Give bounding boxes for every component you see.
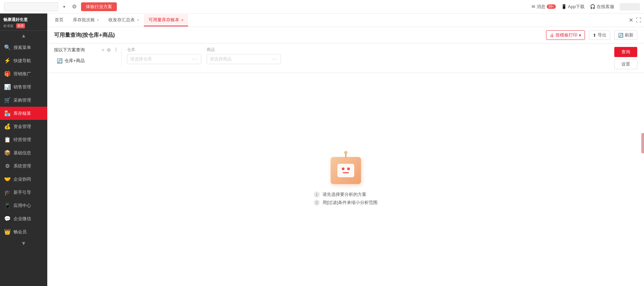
sidebar-item-finance[interactable]: 💰 资金管理: [0, 120, 47, 133]
sidebar-item-member[interactable]: 👑 畅会员: [0, 225, 47, 238]
top-search-input[interactable]: [4, 2, 58, 11]
sidebar: 畅康通好生意 标准版 标准 ▲ 🔍 搜索菜单 ⚡ 快捷导航 🎁 营销推广 📊 销…: [0, 14, 47, 286]
gear2-icon: ⚙: [4, 163, 11, 169]
dropdown-icon[interactable]: ▾: [61, 3, 68, 10]
industry-btn[interactable]: 体验行业方案: [81, 2, 117, 11]
lightning-icon: ⚡: [4, 57, 11, 64]
tab-bar: 首页 库存批次账 × 收发存汇总表 × 可用量库存账本 × ✕ ⛶: [47, 14, 644, 27]
scroll-up-btn[interactable]: ▲: [0, 31, 47, 41]
tab-available-close[interactable]: ×: [181, 18, 183, 22]
sidebar-item-label: 系统管理: [14, 163, 31, 169]
robot-box: [331, 157, 361, 184]
sidebar-item-marketing[interactable]: 🎁 营销推广: [0, 67, 47, 80]
sidebar-item-label: 营销推广: [14, 71, 31, 77]
scheme-warehouse-goods[interactable]: 🔄 仓库+商品: [54, 56, 117, 66]
filter-btns: 查询 设置: [614, 47, 637, 69]
goods-dots-btn[interactable]: ···: [272, 56, 278, 62]
box-icon: 📦: [4, 150, 11, 156]
filter-settings-btn[interactable]: 设置: [614, 59, 637, 69]
robot-eye-right: [347, 167, 350, 170]
sidebar-logo: 畅康通好生意 标准版 标准: [0, 14, 47, 31]
sidebar-item-label: 基础信息: [14, 150, 31, 156]
handshake-icon: 🤝: [4, 176, 11, 182]
customer-service-btn[interactable]: 🎧 在线客服: [590, 4, 614, 10]
tip-num-2: 2: [314, 200, 320, 206]
tip-num-1: 1: [314, 191, 320, 198]
goods-input[interactable]: 请选择商品 ···: [207, 54, 281, 64]
app-download-label: App下载: [568, 4, 585, 10]
sidebar-item-enterprise[interactable]: 🤝 企业协同: [0, 173, 47, 186]
app-download-btn[interactable]: 📱 App下载: [561, 4, 585, 10]
robot-eye-left: [342, 167, 344, 170]
sidebar-item-basic[interactable]: 📦 基础信息: [0, 146, 47, 159]
filter-scheme-title: 按以下方案查询: [54, 47, 85, 53]
tab-summary[interactable]: 收发存汇总表 ×: [104, 14, 144, 26]
sidebar-item-label: 销售管理: [14, 84, 31, 90]
expand-icon[interactable]: ⛶: [636, 17, 641, 23]
warehouse-field: 仓库 请选择仓库 ···: [127, 47, 201, 64]
export-icon: ⬆: [593, 33, 596, 38]
crown-icon: 👑: [4, 229, 11, 235]
tab-summary-close[interactable]: ×: [137, 18, 139, 22]
settings-scheme-btn[interactable]: ⚙: [107, 47, 111, 53]
sidebar-item-label: 采购管理: [14, 97, 31, 103]
sidebar-item-operation[interactable]: 📋 经营管理: [0, 133, 47, 146]
sidebar-item-sales[interactable]: 📊 销售管理: [0, 80, 47, 94]
empty-tip-2: 2 用[过滤]条件来缩小分析范围: [314, 200, 378, 206]
page-header: 可用量查询(按仓库+商品) 🖨 按模板打印 ▾ ⬆ 导出 🔄 刷新: [47, 27, 644, 44]
empty-tip-1: 1 请先选择要分析的方案: [314, 191, 378, 198]
scheme-label: 仓库+商品: [65, 58, 85, 64]
sidebar-item-system[interactable]: ⚙ 系统管理: [0, 159, 47, 173]
sidebar-item-wechat[interactable]: 💬 企业微信: [0, 212, 47, 225]
sidebar-item-search[interactable]: 🔍 搜索菜单: [0, 41, 47, 54]
tab-home[interactable]: 首页: [50, 14, 68, 26]
add-scheme-btn[interactable]: ＋: [101, 47, 105, 53]
scheme-icon: 🔄: [57, 58, 62, 63]
collapse-scheme-btn[interactable]: 《: [112, 47, 117, 53]
tip-text-2: 用[过滤]条件来缩小分析范围: [323, 200, 378, 206]
filter-scheme-actions: ＋ ⚙ 《: [101, 47, 117, 53]
headset-icon: 🎧: [590, 4, 595, 9]
export-btn[interactable]: ⬆ 导出: [589, 30, 610, 40]
robot-antenna: [345, 152, 346, 157]
message-btn[interactable]: ✉ 消息 99+: [532, 4, 556, 10]
tab-available[interactable]: 可用量库存账本 ×: [144, 14, 188, 26]
gift-icon: 🎁: [4, 71, 11, 77]
logo-sub: 标准版: [3, 24, 14, 28]
money-icon: 💰: [4, 123, 11, 130]
warehouse-dots-btn[interactable]: ···: [192, 56, 198, 62]
refresh-btn[interactable]: 🔄 刷新: [614, 30, 637, 40]
tip-text-1: 请先选择要分析的方案: [323, 191, 366, 198]
scroll-down-btn[interactable]: ▼: [0, 238, 47, 249]
top-bar: ▾ ⚙ 体验行业方案 ✉ 消息 99+ 📱 App下载 🎧 在线客服: [0, 0, 644, 14]
sidebar-item-quicknav[interactable]: ⚡ 快捷导航: [0, 54, 47, 67]
logo-title: 畅康通好生意: [3, 17, 28, 23]
warehouse-input[interactable]: 请选择仓库 ···: [127, 54, 201, 64]
sidebar-item-label: 企业微信: [14, 216, 31, 222]
tab-batch-close[interactable]: ×: [97, 18, 99, 22]
print-btn[interactable]: 🖨 按模板打印 ▾: [546, 30, 585, 40]
tab-home-label: 首页: [55, 17, 63, 23]
user-avatar[interactable]: [620, 3, 640, 10]
gear-icon[interactable]: ⚙: [70, 3, 78, 11]
tab-summary-label: 收发存汇总表: [108, 17, 135, 23]
warehouse-label: 仓库: [127, 47, 201, 53]
store-icon: 🏪: [4, 110, 11, 116]
top-bar-right: ✉ 消息 99+ 📱 App下载 🎧 在线客服: [532, 3, 640, 10]
goods-label: 商品: [207, 47, 281, 53]
print-dropdown-icon[interactable]: ▾: [579, 33, 581, 38]
tab-batch[interactable]: 库存批次账 ×: [68, 14, 104, 26]
sidebar-item-appcenter[interactable]: 📱 应用中心: [0, 199, 47, 212]
sidebar-item-inventory[interactable]: 🏪 库存核算: [0, 107, 47, 120]
sidebar-item-label: 畅会员: [14, 229, 27, 235]
message-icon: ✉: [532, 4, 535, 9]
query-btn[interactable]: 查询: [614, 47, 637, 57]
right-scrollbar[interactable]: [641, 133, 644, 153]
mobile-icon: 📱: [561, 4, 567, 9]
sidebar-item-purchase[interactable]: 🛒 采购管理: [0, 94, 47, 107]
empty-tips: 1 请先选择要分析的方案 2 用[过滤]条件来缩小分析范围: [314, 191, 378, 206]
sidebar-item-newbie[interactable]: 🎓 新手引导: [0, 186, 47, 199]
close-all-icon[interactable]: ✕: [629, 17, 633, 23]
sidebar-item-label: 搜索菜单: [14, 45, 31, 51]
message-badge: 99+: [547, 4, 556, 9]
